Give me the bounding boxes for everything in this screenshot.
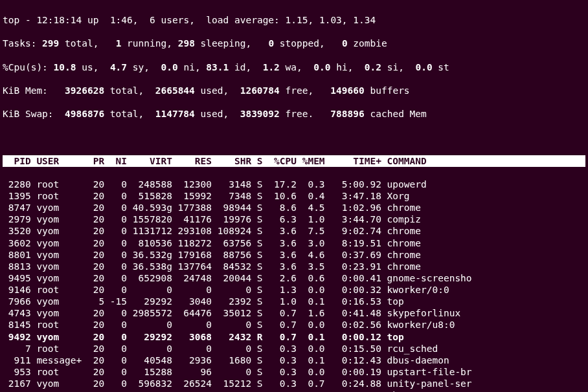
process-row: 9492 vyom 20 0 29292 3068 2432 R 0.7 0.1… xyxy=(3,331,585,343)
process-row: 911 message+ 20 0 40548 2936 1680 S 0.3 … xyxy=(3,354,585,366)
process-row: 953 root 20 0 15288 96 0 S 0.3 0.0 0:00.… xyxy=(3,366,585,378)
process-row: 2979 vyom 20 0 1557820 41176 19976 S 6.3… xyxy=(3,213,585,225)
process-row: 2167 vyom 20 0 596832 26524 15212 S 0.3 … xyxy=(3,378,585,389)
process-row: 4743 vyom 20 0 2985572 64476 35012 S 0.7… xyxy=(3,307,585,319)
column-header-row: PID USER PR NI VIRT RES SHR S %CPU %MEM … xyxy=(3,155,585,167)
process-row: 8813 vyom 20 0 36.538g 137764 84532 S 3.… xyxy=(3,261,585,272)
process-list: 2280 root 20 0 248588 12300 3148 S 17.2 … xyxy=(3,179,585,392)
process-row: 3520 vyom 20 0 1131712 293108 108924 S 3… xyxy=(3,225,585,237)
process-row: 2280 root 20 0 248588 12300 3148 S 17.2 … xyxy=(3,179,585,190)
process-row: 3607 vyom 20 0 536292 76732 40168 S 0.3 … xyxy=(3,389,585,392)
blank-line xyxy=(3,131,585,143)
process-row: 1395 root 20 0 515828 15992 7348 S 10.6 … xyxy=(3,190,585,202)
terminal[interactable]: top - 12:18:14 up 1:46, 6 users, load av… xyxy=(0,0,588,392)
summary-line-cpu: %Cpu(s): 10.8 us, 4.7 sy, 0.0 ni, 83.1 i… xyxy=(3,61,585,73)
summary-line-uptime: top - 12:18:14 up 1:46, 6 users, load av… xyxy=(3,14,585,26)
summary-line-tasks: Tasks: 299 total, 1 running, 298 sleepin… xyxy=(3,38,585,49)
summary-line-mem: KiB Mem: 3926628 total, 2665844 used, 12… xyxy=(3,85,585,96)
process-row: 7966 vyom 5 -15 29292 3040 2392 S 1.0 0.… xyxy=(3,296,585,307)
process-row: 3602 vyom 20 0 810536 118272 63756 S 3.6… xyxy=(3,237,585,249)
process-row: 9495 vyom 20 0 652908 24748 20044 S 2.6 … xyxy=(3,272,585,284)
summary-line-swap: KiB Swap: 4986876 total, 1147784 used, 3… xyxy=(3,108,585,120)
process-row: 9146 root 20 0 0 0 0 S 1.3 0.0 0:00.32 k… xyxy=(3,284,585,296)
process-row: 8747 vyom 20 0 40.593g 177388 98944 S 8.… xyxy=(3,202,585,213)
process-row: 8801 vyom 20 0 36.532g 179168 88756 S 3.… xyxy=(3,249,585,261)
process-row: 7 root 20 0 0 0 0 S 0.3 0.0 0:15.50 rcu_… xyxy=(3,343,585,354)
process-row: 8145 root 20 0 0 0 0 S 0.7 0.0 0:02.56 k… xyxy=(3,319,585,331)
